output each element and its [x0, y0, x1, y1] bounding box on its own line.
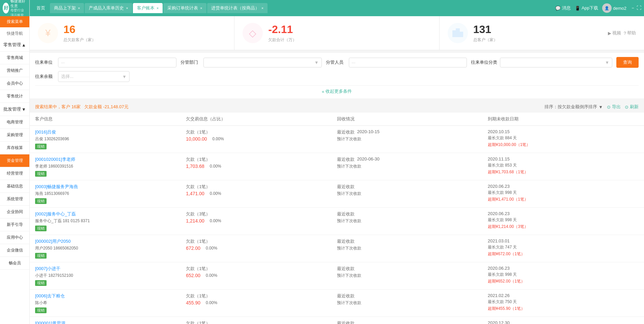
- debt-amount-5: 652.00: [186, 273, 200, 278]
- filter-supplier-input[interactable]: ···: [58, 58, 176, 67]
- collapse-icon: «: [322, 89, 324, 94]
- app-download-button[interactable]: 📱 App下载: [575, 5, 598, 11]
- refresh-button[interactable]: ⊙ 刷新: [625, 104, 639, 110]
- filter-manager: 分管人员 ···: [326, 58, 467, 67]
- customer-tag-3: 现销: [35, 226, 47, 231]
- sidebar-item-finance[interactable]: 资金管理: [0, 154, 29, 167]
- sidebar-item-purchase[interactable]: 采购管理: [0, 129, 29, 142]
- sidebar-item-retail-mall[interactable]: 零售商城: [0, 52, 29, 64]
- tab-product-shelf[interactable]: 商品上下架 ×: [50, 3, 84, 13]
- sidebar-item-operation[interactable]: 经营管理: [0, 167, 29, 180]
- sidebar-item-app-center[interactable]: 应用中心: [0, 231, 29, 244]
- table-row: [0006]去下粮仓 陈小希 现销 欠款（1笔） 455.90 0.00% 最近…: [30, 290, 644, 317]
- filter-department-select[interactable]: ▼: [203, 58, 322, 67]
- customer-name-2[interactable]: [0003]畅捷服务尹海燕: [35, 184, 186, 190]
- recover-info-5: 最近收款 预计下次收款: [337, 266, 488, 278]
- stat-number-total: 131: [473, 23, 498, 36]
- sidebar-item-ecommerce[interactable]: 电商管理: [0, 116, 29, 129]
- customer-phone-5: 小进干 18279152100: [35, 273, 186, 278]
- stat-info-customers: 16 总欠款客户（家）: [63, 23, 96, 43]
- sidebar-item-member-vip[interactable]: 畅会员: [0, 257, 29, 270]
- sidebar-item-retail-mgmt[interactable]: 零售管理 ▲: [0, 38, 29, 52]
- col-header-debt: 欠交易信息（占比）: [186, 116, 337, 122]
- customer-name-3[interactable]: [0002]服务中心_丁磊: [35, 211, 186, 217]
- sidebar-item-batch-mgmt[interactable]: 批发管理 ▼: [0, 103, 29, 116]
- sidebar-item-member[interactable]: 会员中心: [0, 77, 29, 90]
- due-info-2: 2020.06.23 最长欠款 998 天 超期¥1,471.00（1笔）: [488, 184, 639, 202]
- video-help-button[interactable]: ▶ 视频: [608, 30, 621, 36]
- col-header-due: 到期未收款日期: [488, 116, 639, 122]
- overdue-amount-4[interactable]: 超期¥672.00（1笔）: [488, 251, 639, 257]
- sidebar-item-newbie[interactable]: 新手引导: [0, 218, 29, 231]
- overdue-amount-5[interactable]: 超期¥652.00（1笔）: [488, 278, 639, 284]
- sort-button[interactable]: 排序：按欠款金额倒序排序 ▼: [544, 104, 603, 110]
- stats-row: ¥ 16 总欠款客户（家） ◇ -2.11 欠款合计（万）: [30, 16, 644, 50]
- recover-info-0: 最近收款 2020-10-15 预计下次收款: [337, 129, 488, 142]
- tab-product-history[interactable]: 产成品入库单历史 ×: [85, 3, 132, 13]
- debt-amount-3: 1,214.00: [186, 218, 204, 224]
- maximize-button[interactable]: ⛶: [637, 5, 641, 11]
- customer-name-6[interactable]: [0006]去下粮仓: [35, 293, 186, 299]
- sidebar-item-inventory[interactable]: 库存核算: [0, 142, 29, 154]
- due-info-7: 2020.12.30 最长欠款 808 天 超期¥429.00（1笔）: [488, 320, 639, 324]
- recover-info-1: 最近收款 2020-06-30 预计下次收款: [337, 156, 488, 169]
- tab-bar: 首页 商品上下架 × 产成品入库单历史 × 客户账本 × 采购订单统计表 × 进…: [32, 3, 268, 13]
- tab-close-product-history[interactable]: ×: [126, 6, 128, 10]
- collapse-button[interactable]: « 收起更多条件: [35, 88, 639, 94]
- customer-info-5: [0007]小进干 小进干 18279152100 现销: [35, 266, 186, 286]
- tab-purchase-order[interactable]: 采购订单统计表 ×: [163, 3, 206, 13]
- customer-phone-1: 李老师 18600391516: [35, 164, 186, 169]
- debt-info-3: 欠款（3笔） 1,214.00 0.00%: [186, 211, 337, 224]
- customer-name-1[interactable]: [0001020001]李老师: [35, 156, 186, 163]
- filter-supplier-category-select[interactable]: ▼: [500, 58, 612, 67]
- customer-name-7[interactable]: [000001]黄思源: [35, 320, 186, 324]
- stat-help-buttons: ▶ 视频 ? 帮助: [608, 30, 636, 36]
- message-button[interactable]: 💬 消息: [555, 5, 571, 11]
- stat-info-total: 131 总客户（家）: [473, 23, 498, 43]
- tab-close-inventory-stat[interactable]: ×: [261, 6, 263, 10]
- tab-home[interactable]: 首页: [32, 3, 49, 13]
- table-row: [0001020001]李老师 李老师 18600391516 现销 欠款（1笔…: [30, 153, 644, 180]
- overdue-amount-1[interactable]: 超期¥1,703.68（1笔）: [488, 169, 639, 175]
- tab-close-purchase-order[interactable]: ×: [200, 6, 202, 10]
- sidebar-item-basic-info[interactable]: 基础信息: [0, 180, 29, 193]
- user-profile[interactable]: 👤 demo2: [602, 3, 626, 13]
- svg-rect-2: [459, 32, 463, 37]
- recover-info-4: 最近收款 预计下次收款: [337, 238, 488, 251]
- overdue-amount-2[interactable]: 超期¥1,471.00（1笔）: [488, 197, 639, 202]
- sidebar-item-retail-stat[interactable]: 零售统计: [0, 90, 29, 103]
- topbar-right: 💬 消息 📱 App下载 👤 demo2 － ⛶: [555, 3, 641, 13]
- search-menu-button[interactable]: 搜索菜单: [0, 16, 29, 27]
- customer-name-5[interactable]: [0007]小进干: [35, 266, 186, 272]
- filter-balance-select[interactable]: 选择... ▼: [58, 71, 130, 82]
- table-row: [0007]小进干 小进干 18279152100 现销 欠款（1笔） 652.…: [30, 262, 644, 290]
- tab-customer-account[interactable]: 客户账本 ×: [133, 3, 163, 13]
- minimize-button[interactable]: －: [631, 5, 635, 11]
- customer-name-4[interactable]: [000002]用户2050: [35, 238, 186, 244]
- debt-percent-5: 0.00%: [206, 273, 217, 278]
- filter-manager-input[interactable]: ···: [349, 58, 467, 67]
- tab-close-customer-account[interactable]: ×: [157, 6, 159, 10]
- overdue-amount-6[interactable]: 超期¥455.90（1笔）: [488, 306, 639, 312]
- overdue-amount-0[interactable]: 超期¥10,000.00（1笔）: [488, 142, 639, 148]
- debt-total: -21,148.07元: [103, 104, 129, 109]
- help-button[interactable]: ? 帮助: [624, 30, 636, 36]
- tab-inventory-stat[interactable]: 进货单统计表（按商品） ×: [207, 3, 268, 13]
- sidebar-item-system[interactable]: 系统管理: [0, 193, 29, 206]
- customer-name-0[interactable]: [0016]吕俊: [35, 129, 186, 135]
- debt-info-7: 欠款（1笔） 429.00 0.00%: [186, 320, 337, 324]
- export-button[interactable]: ⊙ 导出: [607, 104, 621, 110]
- sidebar-item-enterprise[interactable]: 企业协同: [0, 206, 29, 218]
- overdue-amount-3[interactable]: 超期¥1,214.00（3笔）: [488, 224, 639, 230]
- sidebar: 好 畅捷通好生意 母婴行业演示账套 搜索菜单 快捷导航 零售管理 ▲ 零售商城 …: [0, 0, 30, 324]
- results-actions: 排序：按欠款金额倒序排序 ▼ ⊙ 导出 ⊙ 刷新: [544, 104, 639, 110]
- search-button[interactable]: 查询: [616, 57, 639, 68]
- sidebar-item-marketing[interactable]: 营销推广: [0, 64, 29, 77]
- due-info-5: 2020.06.23 最长欠款 998 天 超期¥652.00（1笔）: [488, 266, 639, 284]
- collapse-section: « 收起更多条件: [35, 85, 639, 94]
- tab-close-product-shelf[interactable]: ×: [78, 6, 80, 10]
- customer-info-6: [0006]去下粮仓 陈小希 现销: [35, 293, 186, 313]
- sidebar-item-wechat[interactable]: 企业微信: [0, 244, 29, 257]
- stat-label-total: 总客户（家）: [473, 37, 498, 43]
- app-download-icon: 📱: [575, 6, 580, 11]
